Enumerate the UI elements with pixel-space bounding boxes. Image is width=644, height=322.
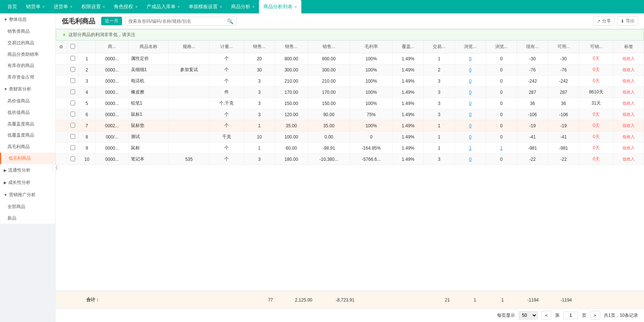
row-code: 0000... [96,53,128,64]
row-gross: -164.85% [350,143,393,154]
search-box[interactable]: 🔍 [125,17,237,26]
row-sale3: -98.91 [308,143,350,154]
next-page-btn[interactable]: ＞ [590,311,600,320]
sidebar: ▼ 整体信息 销售类商品 交易过的商品 商品分类助销率 有库存的商品 库存资金占… [0,13,56,224]
row-checkbox[interactable] [67,109,78,120]
row-browse2[interactable]: 1 [486,143,517,154]
row-browse1[interactable]: 1 [455,143,486,154]
row-sale2: 60.00 [275,143,308,154]
nav-close-sales[interactable]: × [41,4,45,9]
filter-recent-month-btn[interactable]: 近一月 [101,17,122,25]
sidebar-item-new-goods[interactable]: 新品 [0,213,55,224]
col-checkbox[interactable] [67,41,78,53]
row-select-checkbox[interactable] [70,78,75,83]
row-select-checkbox[interactable] [70,89,75,94]
row-checkbox[interactable] [67,53,78,64]
row-checkbox[interactable] [67,154,78,165]
row-checkbox[interactable] [67,120,78,131]
row-tag: 低收入 [613,53,644,64]
sidebar-group-overall[interactable]: ▼ 整体信息 [0,13,55,26]
row-select-checkbox[interactable] [70,101,75,105]
nav-home[interactable]: 首页 [3,0,22,13]
nav-product-entry[interactable]: 产成品入库单 × [142,0,184,13]
row-select-checkbox[interactable] [70,123,75,128]
row-browse1[interactable]: 0 [455,98,486,109]
per-page-select[interactable]: 50 100 200 [519,311,538,319]
row-checkbox[interactable] [67,87,78,98]
nav-close-purchase[interactable]: × [69,4,72,9]
row-select-checkbox[interactable] [70,156,75,161]
nav-close-product[interactable]: × [176,4,180,9]
row-tag: 低收入 [613,143,644,154]
row-browse2: 0 [486,76,517,87]
nav-close-template[interactable]: × [218,4,222,9]
select-all-checkbox[interactable] [70,44,75,49]
col-stock1: 现有... [517,41,548,53]
table-row: 10 0000... 笔记本 535 个 3 180.00 -10,380...… [56,154,644,165]
sidebar-item-high-coverage[interactable]: 高覆盖度商品 [0,118,55,130]
sidebar-item-traded-goods[interactable]: 交易过的商品 [0,37,55,49]
sidebar-item-category-sales[interactable]: 商品分类助销率 [0,49,55,60]
nav-template[interactable]: 单据模板设置 × [184,0,226,13]
sidebar-item-in-stock[interactable]: 有库存的商品 [0,60,55,71]
sidebar-collapse-btn[interactable]: 《 [52,165,59,171]
row-gross: -5766.6... [350,154,393,165]
nav-sales[interactable]: 销货单 × [22,0,49,13]
table-row: 4 0000... 橡皮擦 件 3 170.00 170.00 100% 1.4… [56,87,644,98]
nav-goods-analysis-list[interactable]: 商品分析列表 × [259,0,301,13]
sidebar-item-sales-goods[interactable]: 销售类商品 [0,26,55,37]
row-checkbox[interactable] [67,131,78,143]
row-browse1[interactable]: 0 [455,120,486,131]
nav-goods-analysis[interactable]: 商品分析 × [227,0,259,13]
nav-role[interactable]: 角色授权 × [109,0,142,13]
row-sale3: 0.00 [308,131,350,143]
sidebar-group-wealth[interactable]: ▼ 类财富分析 [0,83,55,95]
row-trade: 3 [424,87,455,98]
row-checkbox[interactable] [67,98,78,109]
sidebar-item-high-margin[interactable]: 高毛利商品 [0,141,55,153]
row-stock1: 36 [517,98,548,109]
search-icon[interactable]: 🔍 [227,18,233,24]
sidebar-item-low-value[interactable]: 低价值商品 [0,107,55,118]
row-browse1[interactable]: 0 [455,87,486,98]
row-tag: 低收入 [613,109,644,120]
row-browse1[interactable]: 0 [455,53,486,64]
sidebar-item-capital[interactable]: 库存资金占用 [0,71,55,83]
page-num-input[interactable] [563,312,578,319]
row-browse1[interactable]: 0 [455,64,486,76]
row-select-checkbox[interactable] [70,67,75,72]
row-checkbox[interactable] [67,64,78,76]
sidebar-group-liquidity[interactable]: ▶ 流通性分析 [0,164,55,176]
row-browse1[interactable]: 0 [455,109,486,120]
prev-page-btn[interactable]: ＜ [541,311,551,320]
arrow-icon-liquidity: ▶ [4,168,7,172]
row-sale2: 210.00 [275,76,308,87]
col-settings[interactable]: ⚙ [56,41,67,53]
nav-permission[interactable]: 权限设置 × [77,0,109,13]
sidebar-item-high-value[interactable]: 高价值商品 [0,95,55,107]
row-select-checkbox[interactable] [70,112,75,117]
nav-purchase[interactable]: 进货单 × [49,0,77,13]
row-select-checkbox[interactable] [70,145,75,150]
search-input[interactable] [128,19,227,24]
sidebar-group-marketing[interactable]: ▼ 营销推广分析 [0,189,55,201]
share-btn[interactable]: ↗ 分享 [593,16,614,26]
row-checkbox[interactable] [67,143,78,154]
row-checkbox[interactable] [67,76,78,87]
sidebar-item-low-coverage[interactable]: 低覆盖度商品 [0,130,55,141]
sidebar-group-growth[interactable]: ▶ 成长性分析 [0,176,55,189]
row-stock2: -41 [548,131,579,143]
row-select-checkbox[interactable] [70,56,75,61]
nav-close-goods-list[interactable]: × [293,4,297,9]
row-browse1[interactable]: 0 [455,154,486,165]
row-select-checkbox[interactable] [70,134,75,139]
nav-close-goods-analysis[interactable]: × [251,4,254,9]
row-name: 吴细细1 [128,64,169,76]
nav-close-role[interactable]: × [134,4,137,9]
export-btn[interactable]: ⬇ 导出 [617,16,638,26]
row-browse1[interactable]: 0 [455,76,486,87]
nav-close-permission[interactable]: × [102,4,105,9]
sidebar-item-all-goods[interactable]: 全部商品 [0,201,55,213]
row-browse1[interactable]: 0 [455,131,486,143]
sidebar-item-low-margin[interactable]: 低毛利商品 [0,153,55,164]
